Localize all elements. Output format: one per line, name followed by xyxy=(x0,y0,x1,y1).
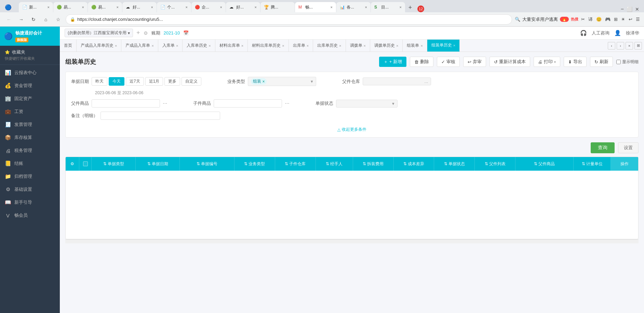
tab-scroll-right[interactable]: › xyxy=(617,42,624,49)
browser-tab-8[interactable]: 🏆 腾... xyxy=(260,2,295,12)
print-button[interactable]: 🖨 打印 ▾ xyxy=(534,57,560,67)
add-company-btn[interactable]: + xyxy=(136,29,140,37)
biz-type-tag-remove[interactable]: × xyxy=(262,79,265,84)
tab-close-all[interactable]: × xyxy=(626,42,633,49)
date-btn-7days[interactable]: 近7天 xyxy=(126,77,144,86)
sidebar-item-reports[interactable]: 📊 云报表中心 xyxy=(0,66,60,79)
th-checkbox[interactable] xyxy=(79,157,92,171)
th-cost-diff[interactable]: ⇅ 成本差异 xyxy=(394,157,434,171)
page-tab-1-close[interactable]: × xyxy=(115,44,117,48)
page-tab-9-close[interactable]: × xyxy=(364,44,366,48)
page-tab-6-close[interactable]: × xyxy=(282,44,284,48)
back-button[interactable]: ← xyxy=(4,15,14,24)
parent-warehouse-input[interactable]: ... xyxy=(363,77,431,85)
page-tab-7-close[interactable]: × xyxy=(307,44,309,48)
date-btn-more[interactable]: 更多 xyxy=(164,77,180,86)
page-tab-11[interactable]: 组装单 × xyxy=(403,40,427,52)
window-close[interactable]: ✕ xyxy=(635,6,639,12)
sidebar-item-finance[interactable]: 💰 资金管理 xyxy=(0,79,60,92)
browser-tab-5[interactable]: 📄 个... × xyxy=(157,2,191,12)
page-tab-8-close[interactable]: × xyxy=(339,44,341,48)
home-button[interactable]: ⌂ xyxy=(41,15,51,24)
page-tab-4[interactable]: 入库单历史 × xyxy=(183,40,215,52)
browser-tab-10[interactable]: S 目... × xyxy=(371,2,405,12)
page-tab-6[interactable]: 材料出库单历史 × xyxy=(248,40,289,52)
sidebar-item-guide[interactable]: 📖 新手引导 xyxy=(0,196,60,209)
parent-goods-input[interactable] xyxy=(92,99,160,108)
refresh-button-page[interactable]: ↻ 刷新 xyxy=(590,57,613,67)
company-selector[interactable]: (勿删勿禁用）江西服宝测试专用 ▾ xyxy=(65,29,133,37)
star-button[interactable]: ☆ xyxy=(53,15,63,24)
date-btn-1month[interactable]: 近1月 xyxy=(145,77,163,86)
th-child-warehouse[interactable]: ⇅ 子件仓库 xyxy=(275,157,316,171)
ai-consult-label[interactable]: 人工咨询 xyxy=(592,30,609,36)
game-icon[interactable]: 🎮 xyxy=(605,17,611,22)
tab-scroll-left[interactable]: ‹ xyxy=(608,42,615,49)
settings-btn[interactable]: ⚙ xyxy=(144,30,148,36)
browser-tab-3[interactable]: 🟢 易... × xyxy=(88,2,122,12)
th-biz-type[interactable]: ⇅ 业务类型 xyxy=(234,157,275,171)
sidebar-item-fixed-assets[interactable]: 🏢 固定资产 xyxy=(0,92,60,105)
filter-settings-button[interactable]: 设置 xyxy=(618,142,639,153)
bill-status-select[interactable]: ▾ xyxy=(336,100,398,108)
export-button[interactable]: ⬇ 导出 xyxy=(564,57,587,67)
page-tab-12-close[interactable]: × xyxy=(453,43,455,47)
sidebar-item-tax[interactable]: 🖨 税务管理 xyxy=(0,144,60,157)
undo-icon[interactable]: ↩ xyxy=(629,17,632,22)
page-tab-11-close[interactable]: × xyxy=(420,44,422,48)
url-input[interactable]: 🔒 https://cloud.chanjet.com/accounting/u… xyxy=(66,14,512,25)
browser-tab-9[interactable]: 📊 各... × xyxy=(336,2,371,12)
th-bill-status[interactable]: ⇅ 单据状态 xyxy=(434,157,475,171)
th-handler[interactable]: ⇅ 经手人 xyxy=(316,157,353,171)
th-bill-type[interactable]: ⇅ 单据类型 xyxy=(92,157,136,171)
page-tab-10-close[interactable]: × xyxy=(396,44,398,48)
browser-tab-1[interactable]: 📄 新... × xyxy=(19,2,53,12)
biz-type-input[interactable]: 组装 × ▾ xyxy=(248,77,316,86)
page-tab-10[interactable]: 调拨单历史 × xyxy=(370,40,403,52)
collapse-bar[interactable]: △ 收起更多条件 xyxy=(71,124,633,132)
sidebar-item-inventory[interactable]: 📦 库存核算 xyxy=(0,131,60,144)
calendar-icon[interactable]: 📅 xyxy=(183,30,189,35)
menu-icon[interactable]: ☰ xyxy=(636,17,640,22)
user-name[interactable]: 徐泽华 xyxy=(626,30,639,36)
sidebar-item-payroll[interactable]: 💼 工资 xyxy=(0,105,60,118)
page-tab-7[interactable]: 出库单 × xyxy=(289,40,313,52)
query-button[interactable]: 查询 xyxy=(591,142,615,153)
browser-tab-active[interactable]: M 畅... × xyxy=(295,2,336,12)
browser-tab-4[interactable]: ☁ 好... × xyxy=(122,2,157,12)
sidebar-item-vip[interactable]: V 畅会员 xyxy=(0,209,60,222)
horizontal-scrollbar[interactable] xyxy=(65,239,639,243)
parent-goods-more[interactable]: ··· xyxy=(163,100,167,106)
browser-tab-6[interactable]: 🔴 企... × xyxy=(191,2,226,12)
sidebar-item-close-accounts[interactable]: 📒 结账 xyxy=(0,157,60,170)
page-tab-5[interactable]: 材料出库单 × xyxy=(215,40,248,52)
page-tab-2[interactable]: 产成品入库单 × xyxy=(121,40,158,52)
th-parent-goods[interactable]: ⇅ 父件商品 xyxy=(515,157,574,171)
page-tab-4-close[interactable]: × xyxy=(209,44,211,48)
page-tab-8[interactable]: 出库单历史 × xyxy=(313,40,346,52)
page-tab-1[interactable]: 产成品入库单历史 × xyxy=(77,40,121,52)
translate-icon[interactable]: 译 xyxy=(588,16,593,23)
recalc-button[interactable]: ↺ 重新计算成本 xyxy=(489,57,530,67)
date-btn-yesterday[interactable]: 昨天 xyxy=(92,77,107,86)
th-bill-no[interactable]: ⇅ 单据编号 xyxy=(180,157,234,171)
th-disassemble-fee[interactable]: ⇅ 拆装费用 xyxy=(353,157,394,171)
window-maximize[interactable]: ⬜ xyxy=(627,6,632,12)
page-tab-5-close[interactable]: × xyxy=(241,44,243,48)
grid-icon[interactable]: ⊞ xyxy=(614,17,618,22)
date-btn-today[interactable]: 今天 xyxy=(109,77,124,86)
browser-tab-2[interactable]: 🟢 易... × xyxy=(53,2,88,12)
page-tab-home[interactable]: 首页 xyxy=(60,40,77,52)
browser-tab-home[interactable]: 🔵 xyxy=(1,2,18,12)
page-tab-9[interactable]: 调拨单 × xyxy=(346,40,370,52)
date-btn-custom[interactable]: 自定义 xyxy=(182,77,201,86)
scissors-icon[interactable]: ✂ xyxy=(581,17,585,22)
page-tab-3-close[interactable]: × xyxy=(176,44,178,48)
abandon-button[interactable]: ↩ 弃审 xyxy=(463,57,486,67)
page-tab-2-close[interactable]: × xyxy=(151,44,153,48)
window-minimize[interactable]: − xyxy=(621,6,624,12)
refresh-button[interactable]: ↻ xyxy=(29,15,38,24)
sun-icon[interactable]: ☀ xyxy=(621,17,625,22)
new-tab-button[interactable]: + xyxy=(405,3,415,12)
show-detail-checkbox[interactable] xyxy=(616,60,621,64)
